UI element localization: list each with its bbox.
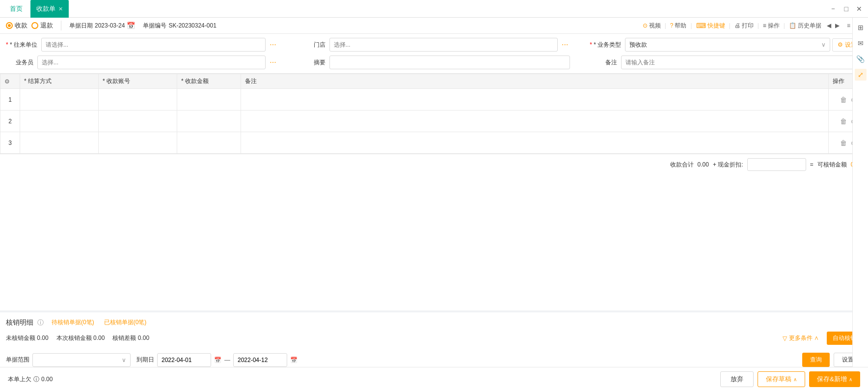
delete-btn-3[interactable]: 🗑: [840, 139, 847, 147]
delete-btn-2[interactable]: 🗑: [840, 117, 847, 125]
settlement-cell-1[interactable]: [20, 89, 99, 111]
form-section: * * 往来单位 ··· 门店 ··· * * 业务类型 预收款 ∨ ⚙: [0, 34, 868, 74]
tab-home[interactable]: 首页: [4, 0, 28, 18]
minimize-button[interactable]: －: [828, 3, 839, 14]
amount-input-1[interactable]: [177, 89, 241, 110]
form-row-2: 业务员 ··· 摘要 备注: [6, 56, 862, 69]
receipt-radio[interactable]: 收款: [6, 21, 27, 30]
due-date-start-input[interactable]: [157, 353, 211, 367]
more-conditions-btn[interactable]: ▽ 更多条件 ∧: [783, 334, 819, 342]
row-num-2: 2: [0, 111, 20, 132]
toolbar-divider: [61, 21, 61, 30]
current-amount-icon[interactable]: ⓘ: [33, 375, 39, 384]
query-button[interactable]: 查询: [802, 353, 830, 367]
equal-label: =: [810, 161, 814, 168]
due-date-end-input[interactable]: [233, 353, 287, 367]
cal-end-icon[interactable]: 📅: [290, 357, 298, 363]
amount-input-3[interactable]: [177, 132, 241, 153]
counterparty-input[interactable]: [41, 38, 266, 52]
stat-unchecked: 未核销金额 0.00: [6, 334, 49, 342]
history-action[interactable]: 📋 历史单据: [789, 22, 821, 30]
list-view-btn[interactable]: ≡: [845, 21, 852, 30]
diff-value: 0.00: [138, 335, 149, 341]
range-select[interactable]: ∨: [32, 353, 131, 367]
calendar-icon[interactable]: 📅: [127, 22, 135, 29]
tab-bar: 首页 收款单 ✕ － □ ✕: [0, 0, 868, 18]
shortcut-action[interactable]: ⌨ 快捷键: [696, 22, 725, 30]
bill-no-label: 单据编号: [143, 22, 166, 30]
verify-header: 核销明细 ⓘ 待核销单据(0笔) 已核销单据(0笔): [6, 317, 862, 328]
cal-start-icon[interactable]: 📅: [214, 357, 221, 363]
pending-tab[interactable]: 待核销单据(0笔): [48, 317, 98, 328]
help-action[interactable]: ? 帮助: [670, 22, 687, 30]
filter-icon: ▽: [783, 335, 787, 342]
discard-button[interactable]: 放弃: [720, 371, 754, 387]
settlement-cell-3[interactable]: [20, 132, 99, 154]
remark-cell-1[interactable]: [241, 89, 829, 111]
sidebar-email-icon[interactable]: ✉: [855, 37, 867, 49]
summary-input[interactable]: [329, 56, 570, 69]
info-icon[interactable]: ⓘ: [37, 318, 44, 327]
settlement-input-1[interactable]: [20, 89, 98, 110]
amount-cell-3[interactable]: [177, 132, 241, 154]
tab-bar-right: － □ ✕: [828, 3, 864, 14]
col-remark: 备注: [241, 74, 829, 89]
remark-input[interactable]: [621, 56, 862, 69]
counterparty-more-btn[interactable]: ···: [268, 40, 278, 49]
salesperson-input[interactable]: [37, 56, 266, 69]
nav-prev-btn[interactable]: ◀: [825, 22, 833, 29]
account-cell-2[interactable]: [99, 111, 177, 132]
save-new-button[interactable]: 保存&新增 ∧: [809, 371, 860, 387]
table-gear-icon[interactable]: ⚙: [4, 78, 10, 85]
save-draft-button[interactable]: 保存草稿 ∧: [758, 371, 805, 387]
business-type-label-text: * 业务类型: [594, 41, 621, 48]
settings-icon: ⚙: [838, 41, 843, 48]
bill-date-value[interactable]: 2023-03-24: [95, 22, 125, 29]
delete-btn-1[interactable]: 🗑: [840, 96, 847, 104]
print-action[interactable]: 🖨 打印: [734, 22, 754, 30]
amount-cell-2[interactable]: [177, 111, 241, 132]
remark-input-1[interactable]: [241, 89, 828, 110]
range-label: 单据范围: [6, 356, 29, 364]
discount-input[interactable]: [747, 158, 806, 171]
sidebar-attach-icon[interactable]: 📎: [855, 53, 867, 65]
account-cell-1[interactable]: [99, 89, 177, 111]
account-cell-3[interactable]: [99, 132, 177, 154]
remark-cell-3[interactable]: [241, 132, 829, 154]
video-action[interactable]: ⊙ 视频: [643, 22, 661, 30]
done-tab[interactable]: 已核销单据(0笔): [100, 317, 151, 328]
sidebar-expand-icon[interactable]: ⤢: [855, 69, 867, 81]
receipt-type-radio-group: 收款 退款: [6, 21, 53, 30]
remark-cell-2[interactable]: [241, 111, 829, 132]
account-input-1[interactable]: [99, 89, 177, 110]
salesperson-more-btn[interactable]: ···: [268, 58, 278, 67]
maximize-button[interactable]: □: [842, 4, 850, 14]
account-input-2[interactable]: [99, 111, 177, 132]
tab-receipt[interactable]: 收款单 ✕: [30, 0, 69, 18]
settlement-input-2[interactable]: [20, 111, 98, 132]
amount-input-2[interactable]: [177, 111, 241, 132]
receipt-radio-dot: [6, 22, 13, 29]
sidebar-table-icon[interactable]: ⊞: [855, 22, 867, 33]
settlement-input-3[interactable]: [20, 132, 98, 153]
remark-input-3[interactable]: [241, 132, 828, 153]
tab-close-icon[interactable]: ✕: [58, 0, 63, 18]
shop-more-btn[interactable]: ···: [560, 40, 570, 49]
account-input-3[interactable]: [99, 132, 177, 153]
settlement-cell-2[interactable]: [20, 111, 99, 132]
stats-row: 未核销金额 0.00 本次核销金额 0.00 核销差额 0.00 ▽ 更多条件 …: [6, 332, 862, 345]
operation-action[interactable]: ≡ 操作: [763, 22, 780, 30]
shop-input[interactable]: [329, 38, 558, 52]
nav-next-btn[interactable]: ▶: [834, 22, 841, 29]
amount-cell-1[interactable]: [177, 89, 241, 111]
remark-input-2[interactable]: [241, 111, 828, 132]
summary-row: 收款合计 0.00 + 现金折扣: = 可核销金额 0.00: [0, 154, 868, 175]
refund-radio[interactable]: 退款: [31, 21, 53, 30]
bill-no-value[interactable]: SK-20230324-001: [168, 22, 216, 29]
remark-group: 备注: [590, 56, 862, 69]
footer-right: 放弃 保存草稿 ∧ 保存&新增 ∧: [720, 371, 860, 387]
business-type-select[interactable]: 预收款 ∨: [625, 38, 830, 52]
close-button[interactable]: ✕: [854, 4, 864, 14]
business-type-arrow: ∨: [821, 41, 826, 48]
table-section: ⚙ * 结算方式 * 收款账号 * 收款金额 备注 操作: [0, 74, 868, 310]
